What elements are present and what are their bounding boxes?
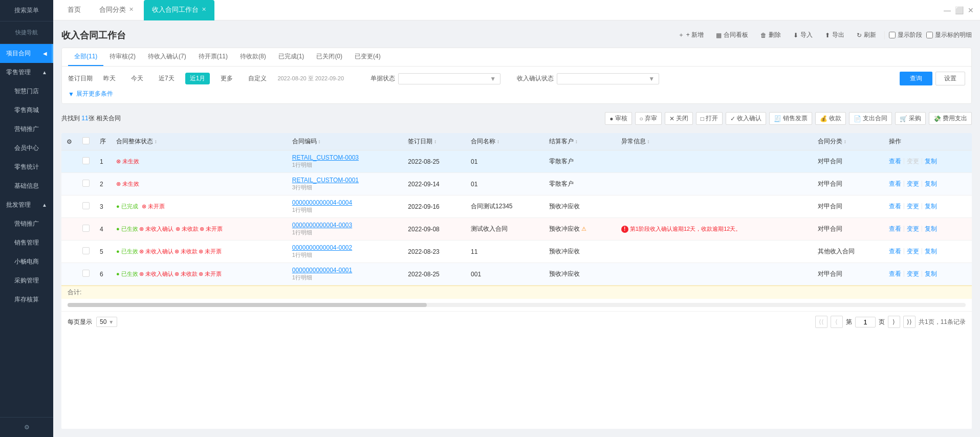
sidebar-item-base-info[interactable]: 基础信息 [0,177,53,195]
row-4-code-link[interactable]: 0000000000004-0003 [292,222,352,229]
row-3-checkbox[interactable] [82,202,90,209]
income-confirm-select[interactable]: ▼ [557,73,659,84]
table-settings-icon[interactable]: ⚙ [67,138,72,145]
tab-income-contract-close[interactable]: ✕ [202,6,206,13]
set-button[interactable]: 设置 [935,72,965,85]
row-6-code-link[interactable]: 0000000000004-0001 [292,267,352,274]
abandon-button[interactable]: ○ 弃审 [635,112,662,125]
row-2-checkbox[interactable] [82,180,90,187]
row-6-view[interactable]: 查看 [889,270,901,278]
row-2-code-link[interactable]: RETAIL_CUSTOM-0001 [292,177,359,184]
row-5-change[interactable]: 变更 [907,247,919,256]
date-btn-last1month[interactable]: 近1月 [185,73,210,84]
filter-tab-pending-payment[interactable]: 待收款(8) [234,48,272,66]
filter-tab-changed[interactable]: 已变更(4) [349,48,387,66]
col-code[interactable]: 合同编码 [287,133,403,150]
date-btn-custom[interactable]: 自定义 [244,73,271,84]
filter-tab-pending-confirm[interactable]: 待收入确认(7) [142,48,192,66]
row-4-change[interactable]: 变更 [907,225,919,233]
sidebar-item-marketing[interactable]: 营销推广 [0,120,53,139]
select-all-checkbox[interactable] [82,137,90,144]
row-6-copy[interactable]: 复制 [925,270,937,278]
purchase-button[interactable]: 🛒 采购 [895,112,926,125]
row-3-code-link[interactable]: 0000000000004-0004 [292,199,352,206]
close-button[interactable]: ✕ [968,6,974,14]
sidebar-search[interactable]: 搜索菜单 [0,0,53,21]
export-button[interactable]: ⬆ 导出 [821,29,848,41]
sidebar-item-wholesale[interactable]: 批发管理 ▲ [0,195,53,214]
maximize-button[interactable]: ⬜ [955,6,964,14]
sidebar-item-marketing2[interactable]: 营销推广 [0,214,53,233]
close-btn[interactable]: ✕ 关闭 [665,112,693,125]
col-checkbox[interactable] [77,133,95,150]
tab-contract-type[interactable]: 合同分类 ✕ [91,0,142,20]
sidebar-settings[interactable]: ⚙ [0,417,53,437]
col-customer[interactable]: 结算客户 [544,133,616,150]
row-5-code-link[interactable]: 0000000000004-0002 [292,244,352,251]
row-4-copy[interactable]: 复制 [925,225,937,233]
page-size-select[interactable]: 50 ▼ [96,317,117,327]
sidebar-item-purchase[interactable]: 采购管理 [0,271,53,290]
filter-tab-all[interactable]: 全部(11) [68,48,103,66]
last-page-button[interactable]: ⟩⟩ [903,316,916,328]
sidebar-item-member[interactable]: 会员中心 [0,139,53,158]
row-2-copy[interactable]: 复制 [925,180,937,188]
sidebar-item-sales-mgmt[interactable]: 销售管理 [0,233,53,252]
filter-tab-completed[interactable]: 已完成(1) [272,48,311,66]
filter-tab-closed[interactable]: 已关闭(0) [310,48,349,66]
collect-button[interactable]: 💰 收款 [815,112,846,125]
row-3-view[interactable]: 查看 [889,202,901,211]
col-name[interactable]: 合同名称 [466,133,544,150]
row-1-code-link[interactable]: RETAIL_CUSTOM-0003 [292,154,359,161]
sales-invoice-button[interactable]: 🧾 销售发票 [769,112,812,125]
sidebar-item-retail[interactable]: 零售管理 ▲ [0,63,53,82]
row-1-view[interactable]: 查看 [889,157,901,166]
first-page-button[interactable]: ⟨⟨ [815,316,827,328]
date-btn-more[interactable]: 更多 [216,73,237,84]
row-6-checkbox[interactable] [82,270,90,277]
filter-tab-pending-review[interactable]: 待审核(2) [103,48,142,66]
row-5-checkbox[interactable] [82,247,90,254]
refresh-button[interactable]: ↻ 刷新 [853,29,880,41]
row-4-checkbox[interactable] [82,225,90,232]
show-detail-checkbox[interactable]: 显示标的明细 [926,31,972,39]
row-3-copy[interactable]: 复制 [925,202,937,211]
row-3-change[interactable]: 变更 [907,202,919,211]
contract-board-button[interactable]: ▦ 合同看板 [712,29,752,41]
sidebar-item-inventory[interactable]: 库存核算 [0,290,53,309]
review-button[interactable]: ● 审核 [605,112,631,125]
delete-button[interactable]: 🗑 删除 [756,29,785,41]
date-btn-last7[interactable]: 近7天 [154,73,179,84]
sidebar-item-project[interactable]: 项目合同 ◀ [0,44,53,63]
show-stages-checkbox[interactable]: 显示阶段 [889,31,922,39]
sidebar-item-smart-store[interactable]: 智慧门店 [0,82,53,101]
prev-page-button[interactable]: ⟨ [831,316,843,328]
doc-status-select[interactable]: ▼ [398,73,500,84]
col-category[interactable]: 合同分类 [813,133,884,150]
col-settings[interactable]: ⚙ [61,133,77,150]
tab-home[interactable]: 首页 [59,0,89,20]
expense-out-button[interactable]: 📄 支出合同 [849,112,892,125]
row-1-copy[interactable]: 复制 [925,157,937,166]
row-1-checkbox[interactable] [82,157,90,164]
scrollbar-thumb[interactable] [68,303,427,307]
date-btn-yesterday[interactable]: 昨天 [99,73,120,84]
row-6-change[interactable]: 变更 [907,270,919,278]
query-button[interactable]: 查询 [900,72,932,85]
minimize-button[interactable]: — [944,6,951,14]
next-page-button[interactable]: ⟩ [888,316,900,328]
row-5-view[interactable]: 查看 [889,247,901,256]
tab-income-contract[interactable]: 收入合同工作台 ✕ [144,0,214,20]
row-2-change[interactable]: 变更 [907,180,919,188]
sidebar-item-ecommerce[interactable]: 小畅电商 [0,252,53,271]
page-number-input[interactable] [855,317,876,327]
row-5-copy[interactable]: 复制 [925,247,937,256]
col-sign-date[interactable]: 签订日期 [403,133,466,150]
horizontal-scrollbar[interactable] [68,303,966,307]
expand-conditions-button[interactable]: ▼ 展开更多条件 [68,90,113,98]
import-button[interactable]: ⬇ 导入 [789,29,817,41]
open-button[interactable]: □ 打开 [696,112,723,125]
sidebar-item-retail-mall[interactable]: 零售商城 [0,101,53,120]
expense-button[interactable]: 💸 费用支出 [929,112,972,125]
income-confirm-button[interactable]: ✓ 收入确认 [726,112,766,125]
